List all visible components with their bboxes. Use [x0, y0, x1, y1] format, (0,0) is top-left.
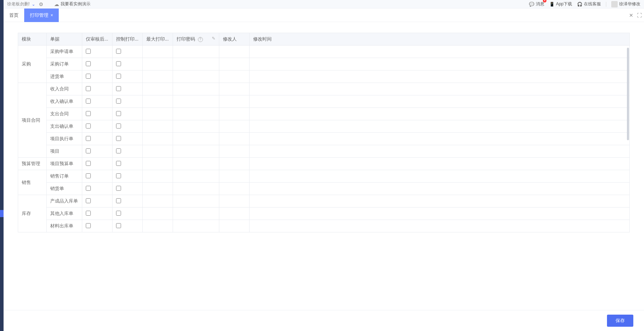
after-audit-checkbox[interactable] [86, 198, 91, 203]
user-menu[interactable]: 徐泽华修改 [611, 1, 640, 7]
org-dropdown[interactable]: 徐老板勿删! ⌄ [7, 1, 35, 7]
cloud-icon: ☁ [54, 1, 59, 7]
checkbox-cell [112, 170, 143, 183]
empty-cell [250, 220, 630, 232]
sidebar-active-indicator [0, 210, 4, 217]
table-row: 项目 [18, 145, 630, 158]
close-all-button[interactable]: ✕ [629, 12, 633, 18]
control-print-checkbox[interactable] [116, 198, 121, 203]
after-audit-checkbox[interactable] [86, 148, 91, 153]
gear-icon[interactable]: ⚙ [39, 1, 43, 7]
empty-cell [250, 70, 630, 83]
header-max-print: 最大打印... [143, 33, 173, 46]
empty-cell [219, 195, 250, 207]
tab-print-manage[interactable]: 打印管理 × [24, 9, 59, 22]
control-print-checkbox[interactable] [116, 173, 121, 178]
empty-cell [250, 108, 630, 120]
after-audit-checkbox[interactable] [86, 161, 91, 166]
control-print-checkbox[interactable] [116, 86, 121, 91]
checkbox-cell [82, 108, 112, 120]
tab-home-label: 首页 [9, 12, 19, 19]
messages-link[interactable]: 💬 消息 • [529, 1, 544, 7]
empty-cell [219, 120, 250, 133]
checkbox-cell [112, 195, 143, 207]
after-audit-checkbox[interactable] [86, 211, 91, 216]
header-modify-time: 修改时间 [250, 33, 630, 46]
control-print-checkbox[interactable] [116, 161, 121, 166]
after-audit-checkbox[interactable] [86, 124, 91, 128]
chevron-down-icon: ⌄ [32, 2, 35, 7]
table-row: 支出确认单 [18, 120, 630, 133]
table-row: 库存产成品入库单 [18, 195, 630, 207]
empty-cell [143, 46, 173, 58]
empty-cell [250, 83, 630, 95]
doc-cell: 采购订单 [47, 58, 82, 70]
control-print-checkbox[interactable] [116, 136, 121, 141]
module-cell: 预算管理 [18, 158, 47, 170]
message-badge: • [543, 0, 546, 2]
empty-cell [173, 183, 219, 195]
control-print-checkbox[interactable] [116, 186, 121, 191]
scrollbar[interactable] [627, 48, 629, 140]
table-row: 采购订单 [18, 58, 630, 70]
after-audit-checkbox[interactable] [86, 99, 91, 104]
checkbox-cell [82, 70, 112, 83]
empty-cell [143, 195, 173, 207]
control-print-checkbox[interactable] [116, 124, 121, 128]
after-audit-checkbox[interactable] [86, 61, 91, 66]
customer-service-link[interactable]: 🎧 在线客服 [577, 1, 601, 7]
table-row: 其他入库单 [18, 207, 630, 220]
control-print-checkbox[interactable] [116, 49, 121, 54]
control-print-checkbox[interactable] [116, 61, 121, 66]
table-header-row: 模块 单据 仅审核后... 控制打印... 最大打印... 打印密码 ? ✎ 修… [18, 33, 630, 46]
checkbox-cell [82, 46, 112, 58]
control-print-checkbox[interactable] [116, 111, 121, 116]
after-audit-checkbox[interactable] [86, 223, 91, 228]
checkbox-cell [112, 120, 143, 133]
table-row: 预算管理项目预算单 [18, 158, 630, 170]
control-print-checkbox[interactable] [116, 211, 121, 216]
header-print-pwd-label: 打印密码 [177, 36, 195, 42]
fullscreen-button[interactable]: ⛶ [637, 12, 642, 18]
table-row: 项目执行单 [18, 133, 630, 145]
empty-cell [250, 58, 630, 70]
after-audit-checkbox[interactable] [86, 173, 91, 178]
table-row: 采购采购申请单 [18, 46, 630, 58]
app-download-link[interactable]: 📱 App下载 [549, 1, 572, 7]
help-icon[interactable]: ? [198, 37, 203, 42]
checkbox-cell [82, 145, 112, 158]
empty-cell [143, 108, 173, 120]
empty-cell [250, 120, 630, 133]
empty-cell [219, 83, 250, 95]
control-print-checkbox[interactable] [116, 74, 121, 79]
checkbox-cell [112, 46, 143, 58]
table-row: 进货单 [18, 70, 630, 83]
control-print-checkbox[interactable] [116, 223, 121, 228]
demo-link-label: 我要看实例演示 [61, 1, 90, 7]
empty-cell [173, 70, 219, 83]
control-print-checkbox[interactable] [116, 99, 121, 104]
after-audit-checkbox[interactable] [86, 186, 91, 191]
close-icon[interactable]: × [51, 13, 53, 18]
doc-cell: 项目执行单 [47, 133, 82, 145]
doc-cell: 支出合同 [47, 108, 82, 120]
demo-link[interactable]: ☁ 我要看实例演示 [54, 1, 90, 7]
empty-cell [219, 133, 250, 145]
table-row: 销售销售订单 [18, 170, 630, 183]
empty-cell [219, 46, 250, 58]
after-audit-checkbox[interactable] [86, 86, 91, 91]
tab-home[interactable]: 首页 [4, 9, 24, 22]
edit-icon[interactable]: ✎ [212, 36, 215, 41]
table-row: 项目合同收入合同 [18, 83, 630, 95]
after-audit-checkbox[interactable] [86, 136, 91, 141]
print-settings-table: 模块 单据 仅审核后... 控制打印... 最大打印... 打印密码 ? ✎ 修… [18, 33, 630, 232]
checkbox-cell [82, 220, 112, 232]
content-area: 模块 单据 仅审核后... 控制打印... 最大打印... 打印密码 ? ✎ 修… [4, 22, 644, 261]
after-audit-checkbox[interactable] [86, 111, 91, 116]
header-doc: 单据 [47, 33, 82, 46]
empty-cell [143, 158, 173, 170]
after-audit-checkbox[interactable] [86, 49, 91, 54]
control-print-checkbox[interactable] [116, 148, 121, 153]
after-audit-checkbox[interactable] [86, 74, 91, 79]
empty-cell [219, 145, 250, 158]
